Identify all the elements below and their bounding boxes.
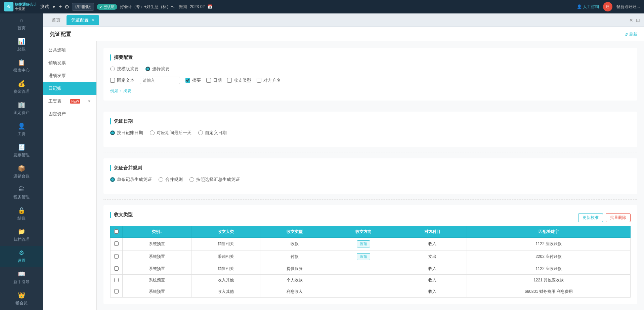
sidebar-item-funds[interactable]: 💰 资金管理 (0, 77, 43, 98)
left-nav-purchase-invoice[interactable]: 进项发票 (43, 69, 96, 82)
radio-merge-rule[interactable]: 合并规则 (159, 177, 183, 183)
sidebar-item-guide[interactable]: 📖 新手引导 (0, 267, 43, 288)
table-header: 类别↓ 收支大类 收支类型 收支方向 对方科目 匹配关键字 (111, 226, 631, 238)
payroll-icon: 👤 (18, 122, 25, 130)
purchase-sales-icon: 📦 (18, 165, 25, 172)
summary-checkbox-row: 固定文本 摘要 日期 收支类型 (110, 77, 631, 84)
sidebar-label-funds: 资金管理 (13, 89, 30, 94)
radio-journal-date[interactable]: 按日记账日期 (110, 130, 143, 136)
sidebar-label-purchase-sales: 进销台账 (13, 173, 30, 179)
row-major-4: 收入其他 (191, 286, 260, 298)
fixed-text-input[interactable] (140, 77, 180, 84)
row-major-3: 收入其他 (191, 275, 260, 286)
row-checkbox-0[interactable] (114, 241, 119, 246)
sidebar-item-settings[interactable]: ⚙ 设置 (0, 246, 43, 267)
sidebar-item-close[interactable]: 🔒 结账 (0, 203, 43, 225)
sidebar-item-purchase-sales[interactable]: 📦 进销台账 (0, 161, 43, 183)
tab-voucher-config[interactable]: 凭证配置 × (67, 15, 99, 25)
row-category-1: 系统预置 (123, 250, 191, 263)
table-row: 系统预置 收入其他 个人收款 收入 1221 其他应收款 (111, 275, 631, 286)
sidebar-item-reports[interactable]: 📋 报表中心 (0, 55, 43, 77)
update-calibrate-button[interactable]: 更新校准 (578, 213, 603, 222)
switch-version-button[interactable]: 切到旧版 (72, 3, 94, 11)
sidebar-item-ledger[interactable]: 📊 总账 (0, 34, 43, 55)
fixed-assets-icon: 🏢 (18, 101, 25, 109)
page-header: 凭证配置 ↺ 刷新 (43, 27, 644, 41)
date-config-title: 凭证日期 (110, 118, 631, 124)
left-nav-sales-invoice[interactable]: 销项发票 (43, 56, 96, 69)
add-icon[interactable]: + (59, 4, 62, 10)
radio-select-summary[interactable]: 选择摘要 (145, 66, 170, 72)
sidebar-item-archive[interactable]: 📁 归档管理 (0, 225, 43, 246)
checkbox-date[interactable]: 日期 (206, 77, 222, 83)
table-row: 系统预置 销售相关 提供服务 收入 1122 应收账款 (111, 263, 631, 275)
batch-delete-button[interactable]: 批量删除 (606, 213, 631, 222)
calendar-icon[interactable]: 📅 (207, 4, 212, 9)
left-nav-public[interactable]: 公共选项 (43, 44, 96, 56)
select-all-checkbox[interactable] (114, 229, 119, 234)
radio-custom-date[interactable]: 自定义日期 (198, 130, 227, 136)
close-period-icon: 🔒 (18, 207, 25, 214)
page-title: 凭证配置 (50, 31, 71, 38)
sidebar-item-fixed-assets[interactable]: 🏢 固定资产 (0, 98, 43, 119)
radio-summary-generate[interactable]: 按照选择汇总生成凭证 (189, 177, 240, 183)
tab-close-icon[interactable]: × (92, 17, 95, 23)
ledger-icon: 📊 (18, 38, 25, 45)
checkbox-summary[interactable]: 摘要 (185, 77, 201, 83)
radio-period-last-day[interactable]: 对应期间最后一天 (150, 130, 191, 136)
tab-actions-right: ✕ ⊡ (629, 17, 640, 23)
left-nav: 公共选项 销项发票 进项发票 日记账 工资表 NEW ▼ 固定资产 (43, 41, 97, 310)
product-tags: 好会计（专）+好生意（标）+... (120, 4, 176, 10)
sidebar-item-invoices[interactable]: 🧾 发票管理 (0, 140, 43, 161)
archive-icon: 📁 (18, 228, 25, 235)
sidebar-label-invoices: 发票管理 (13, 152, 30, 158)
checkbox-income-type[interactable]: 收支类型 (227, 77, 251, 83)
gear-icon[interactable]: ⚙ (65, 4, 69, 10)
test-tag: 测试 (40, 4, 49, 10)
row-checkbox-1[interactable] (114, 254, 119, 259)
sidebar-label-member: 畅会员 (15, 300, 28, 306)
top-tag-button-1[interactable]: 置顶 (357, 253, 370, 260)
user-avatar: 旺 (603, 2, 612, 11)
row-category-2: 系统预置 (123, 263, 191, 275)
row-income-type-4: 利息收入 (260, 286, 329, 298)
tab-expand-icon[interactable]: ⊡ (636, 17, 640, 23)
tab-close-all-icon[interactable]: ✕ (629, 17, 633, 23)
col-major-type: 收支大类 (191, 226, 260, 238)
tab-home[interactable]: 首页 (47, 15, 65, 25)
tab-bar: 首页 凭证配置 × ✕ ⊡ (43, 13, 644, 27)
row-subject-0: 1122 应收账款 (467, 238, 631, 250)
merge-config-section: 凭证合并规则 单条记录生成凭证 合并规则 按照选择汇总生成凭证 (103, 158, 637, 194)
income-expense-section: 收支类型 更新校准 批量删除 类别↓ (103, 205, 637, 304)
content-area: 首页 凭证配置 × ✕ ⊡ 凭证配置 ↺ 刷新 公共选项 (43, 13, 644, 310)
left-nav-journal[interactable]: 日记账 (43, 82, 96, 95)
left-nav-payroll-table[interactable]: 工资表 NEW ▼ (43, 95, 96, 108)
radio-single-record[interactable]: 单条记录生成凭证 (110, 177, 152, 183)
refresh-button[interactable]: ↺ 刷新 (625, 32, 637, 37)
consult-button[interactable]: 👤 人工咨询 (577, 4, 599, 10)
col-keywords: 匹配关键字 (467, 226, 631, 238)
top-tag-button-0[interactable]: 置顶 (357, 240, 370, 247)
row-checkbox-4[interactable] (114, 289, 119, 294)
sidebar-item-tax[interactable]: 🏛 税务管理 (0, 183, 43, 203)
row-major-0: 销售相关 (191, 238, 260, 250)
summary-config-section: 摘要配置 按模版摘要 选择摘要 (103, 48, 637, 101)
checkbox-fixed-text[interactable]: 固定文本 (110, 77, 134, 83)
row-checkbox-3[interactable] (114, 278, 119, 282)
test-dropdown[interactable]: ▼ (52, 4, 56, 9)
checkbox-counterpart-name[interactable]: 对方户名 (257, 77, 281, 83)
row-income-type-0: 收款 (260, 238, 329, 250)
top-header: 会 畅捷通好会计 专业版 测试 ▼ + ⚙ 切到旧版 ✔ 已认证 好会计（专）+… (0, 0, 644, 13)
sidebar-item-home[interactable]: ⌂ 首页 (0, 13, 43, 34)
summary-config-title: 摘要配置 (110, 54, 631, 61)
sidebar-item-payroll[interactable]: 👤 工资 (0, 119, 43, 140)
header-right: 👤 人工咨询 旺 畅捷通旺旺... (577, 2, 640, 11)
row-checkbox-2[interactable] (114, 266, 119, 271)
date-radio-group: 按日记账日期 对应期间最后一天 自定义日期 (110, 130, 631, 136)
left-nav-fixed-assets[interactable]: 固定资产 (43, 108, 96, 120)
guide-icon: 📖 (18, 270, 25, 278)
row-subject-1: 2202 应付账款 (467, 250, 631, 263)
radio-template-summary[interactable]: 按模版摘要 (110, 66, 139, 72)
sidebar-item-member[interactable]: 👑 畅会员 (0, 288, 43, 309)
home-icon: ⌂ (20, 17, 24, 24)
